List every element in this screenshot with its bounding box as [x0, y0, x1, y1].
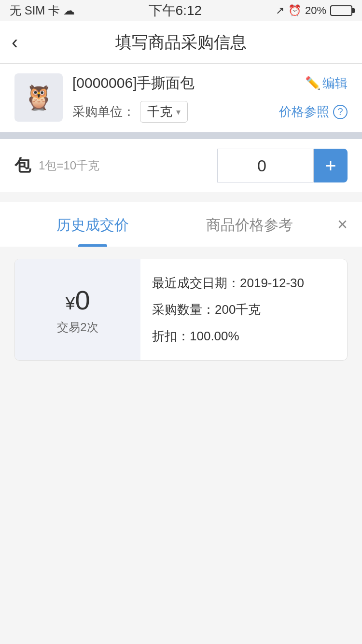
tab-price-reference[interactable]: 商品价格参考	[171, 202, 327, 247]
product-name-text: 手撕面包	[137, 75, 195, 91]
quantity-hint: 1包=10千克	[39, 158, 99, 173]
product-name: [0000006]手撕面包	[72, 73, 195, 93]
battery-icon	[330, 5, 352, 16]
edit-label: 编辑	[322, 75, 348, 92]
page-title: 填写商品采购信息	[115, 31, 247, 54]
quantity-input-group: +	[217, 149, 348, 182]
discount-value: 100.00%	[190, 329, 239, 343]
unit-value: 千克	[147, 103, 172, 120]
quantity-section: 包 1包=10千克 +	[0, 139, 362, 192]
quantity-input[interactable]	[217, 149, 314, 182]
battery-percent: 20%	[305, 4, 326, 17]
alarm-icon: ⏰	[288, 4, 301, 17]
quantity-unit-label: 包	[14, 154, 31, 177]
product-thumbnail: 🦉	[14, 73, 63, 122]
location-icon: ↗	[276, 4, 284, 17]
history-card-container: ¥0 交易2次 最近成交日期：2019-12-30 采购数量：200千克 折扣：…	[0, 247, 362, 372]
tab-content: ¥0 交易2次 最近成交日期：2019-12-30 采购数量：200千克 折扣：…	[0, 247, 362, 585]
product-icon: 🦉	[24, 84, 54, 112]
purchase-qty-label: 采购数量：	[152, 302, 215, 317]
product-info: [0000006]手撕面包 ✏️ 编辑 采购单位： 千克 ▾ 价格参照	[72, 73, 348, 123]
quantity-label-group: 包 1包=10千克	[14, 154, 99, 177]
discount-label: 折扣：	[152, 329, 190, 343]
tab-history-price[interactable]: 历史成交价	[14, 202, 171, 247]
quantity-plus-button[interactable]: +	[314, 149, 348, 182]
tab-section: 历史成交价 商品价格参考 × ¥0 交易2次 最近成交日期：2019-12-30…	[0, 202, 362, 585]
currency-symbol: ¥	[65, 294, 75, 313]
history-card: ¥0 交易2次 最近成交日期：2019-12-30 采购数量：200千克 折扣：…	[14, 259, 348, 361]
status-time: 下午6:12	[149, 1, 202, 20]
unit-label: 采购单位：	[72, 103, 135, 120]
tab-bar: 历史成交价 商品价格参考 ×	[0, 202, 362, 247]
transaction-count: 交易2次	[57, 320, 98, 335]
product-section: 🦉 [0000006]手撕面包 ✏️ 编辑 采购单位： 千克 ▾	[0, 64, 362, 132]
edit-button[interactable]: ✏️ 编辑	[305, 75, 348, 92]
back-button[interactable]: ‹	[12, 31, 18, 53]
recent-date-label: 最近成交日期：	[152, 276, 240, 290]
card-right-details: 最近成交日期：2019-12-30 采购数量：200千克 折扣：100.00%	[140, 259, 347, 360]
price-value: 0	[75, 285, 90, 315]
tab-close-button[interactable]: ×	[328, 210, 348, 239]
recent-date-row: 最近成交日期：2019-12-30	[152, 274, 335, 293]
purchase-qty-value: 200千克	[215, 302, 261, 317]
discount-row: 折扣：100.00%	[152, 327, 335, 346]
card-price-display: ¥0	[65, 284, 90, 316]
edit-icon: ✏️	[305, 76, 320, 91]
unit-selector[interactable]: 千克 ▾	[140, 101, 188, 123]
product-id: [0000006]	[72, 75, 137, 91]
price-reference-button[interactable]: 价格参照 ?	[279, 103, 348, 120]
status-bar: 无 SIM 卡 ☁ 下午6:12 ↗ ⏰ 20%	[0, 0, 362, 21]
status-right: ↗ ⏰ 20%	[276, 4, 352, 17]
dropdown-arrow-icon: ▾	[176, 107, 181, 117]
recent-date-value: 2019-12-30	[240, 276, 304, 290]
help-icon: ?	[333, 105, 348, 119]
purchase-qty-row: 采购数量：200千克	[152, 300, 335, 319]
status-left: 无 SIM 卡 ☁	[10, 3, 75, 18]
no-sim-label: 无 SIM 卡 ☁	[10, 3, 75, 18]
price-ref-label: 价格参照	[279, 103, 329, 120]
nav-bar: ‹ 填写商品采购信息	[0, 21, 362, 64]
section-divider	[0, 132, 362, 139]
card-left-price: ¥0 交易2次	[15, 259, 140, 360]
